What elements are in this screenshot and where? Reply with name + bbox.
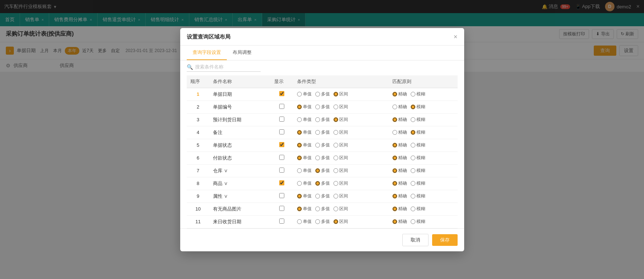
modal-header: 设置查询区域布局 × <box>180 28 464 46</box>
modal-search-area: 🔍 <box>180 60 464 72</box>
modal-close-button[interactable]: × <box>454 33 458 41</box>
modal-tabs: 查询字段设置 布局调整 <box>180 46 464 60</box>
modal-title: 设置查询区域布局 <box>187 34 230 40</box>
search-icon: 🔍 <box>187 64 193 70</box>
search-input[interactable] <box>195 64 261 70</box>
modal-tab-query-fields[interactable]: 查询字段设置 <box>187 46 227 60</box>
modal-overlay: 设置查询区域布局 × 查询字段设置 布局调整 🔍 顺序 <box>0 0 644 72</box>
search-wrap: 🔍 <box>187 64 261 72</box>
modal-dialog: 设置查询区域布局 × 查询字段设置 布局调整 🔍 顺序 <box>180 28 464 72</box>
modal-tab-layout[interactable]: 布局调整 <box>227 46 257 60</box>
